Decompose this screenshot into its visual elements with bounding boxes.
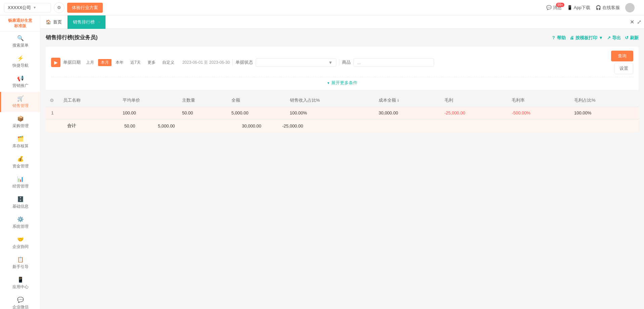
trial-button[interactable]: 体验行业方案 <box>67 3 103 13</box>
sidebar-item-label: 库存核算 <box>12 143 29 149</box>
cost-cell: 30,000.00 <box>375 107 440 119</box>
employee-cell <box>59 107 119 119</box>
sidebar-item-operations[interactable]: 📊 经营管理 <box>0 172 40 193</box>
filter-section: 单据日期 上月本月本年近7天更多自定义 2023-06-01 至 2023-06… <box>63 58 611 67</box>
goods-placeholder: ... <box>357 60 361 65</box>
settings-button[interactable]: ⚙ <box>54 2 65 13</box>
chevron-down-icon: ▼ <box>33 6 36 9</box>
sidebar-item-shortcut[interactable]: ⚡ 快捷导航 <box>0 52 40 72</box>
th-employee: 员工名称 <box>59 94 119 107</box>
sidebar-item-sales[interactable]: 🛒 销售管理 <box>0 92 40 112</box>
query-button[interactable]: 查询 <box>611 51 633 61</box>
tab-home[interactable]: 🏠 首页 <box>40 15 68 29</box>
app-download-button[interactable]: 📱 App下载 <box>567 5 590 11</box>
filter-actions: 查询 设置 <box>611 51 633 74</box>
th-avg-price: 平均单价 <box>119 94 178 107</box>
purchase-icon: 📦 <box>17 115 24 122</box>
sidebar-item-label: 系统管理 <box>12 224 29 229</box>
export-icon: ↗ <box>607 35 611 40</box>
date-tab-本月[interactable]: 本月 <box>98 59 112 66</box>
message-button[interactable]: 💬 消息 99+ <box>546 5 562 11</box>
divider <box>232 59 233 66</box>
date-tab-更多[interactable]: 更多 <box>145 59 158 66</box>
logo-text: 畅康通好生意 标准版 <box>8 18 32 29</box>
info-icon[interactable]: ℹ <box>397 98 399 103</box>
sidebar-item-marketing[interactable]: 📢 营销推广 <box>0 72 40 92</box>
phone-icon: 📱 <box>567 5 572 10</box>
th-settings[interactable]: ⚙ <box>46 94 59 107</box>
sidebar-item-wechat[interactable]: 💬 企业微信 <box>0 293 40 309</box>
close-window-button[interactable]: ✕ <box>630 19 634 25</box>
maximize-window-button[interactable]: ⤢ <box>637 19 641 25</box>
qty-cell: 50.00 <box>178 107 227 119</box>
footer-profit: -25,000.00 <box>278 123 307 128</box>
page-content: 销售排行榜(按业务员) ？ 帮助 🖨 按模板打印 ▼ ↗ <box>40 29 644 309</box>
sidebar-item-label: 基础信息 <box>12 204 29 209</box>
date-tab-本年[interactable]: 本年 <box>113 59 126 66</box>
online-service-button[interactable]: 🎧 在线客服 <box>596 5 620 11</box>
goods-select[interactable]: ... <box>353 58 434 67</box>
content-area: 🏠 首页 销售排行榜 × ✕ ⤢ 销售排行榜(按业务员) <box>40 15 644 309</box>
sidebar-item-purchase[interactable]: 📦 采购管理 <box>0 112 40 132</box>
date-tab-自定义[interactable]: 自定义 <box>160 59 177 66</box>
sidebar-item-finance[interactable]: 💰 资金管理 <box>0 152 40 172</box>
sidebar-item-search[interactable]: 🔍 搜索菜单 <box>0 32 40 52</box>
sidebar-item-system[interactable]: ⚙️ 系统管理 <box>0 213 40 233</box>
sidebar-item-label: 企业协同 <box>12 244 29 250</box>
sidebar-item-label: 搜索菜单 <box>12 43 29 48</box>
sales-ratio-cell: 100.00% <box>286 107 375 119</box>
print-button[interactable]: 🖨 按模板打印 ▼ <box>570 35 603 41</box>
top-bar: XXXXX公司 ▼ ⚙ 体验行业方案 💬 消息 99+ 📱 App下载 🎧 在线… <box>0 0 644 15</box>
sidebar-item-label: 新手引导 <box>12 264 29 270</box>
apps-icon: 📱 <box>17 276 24 283</box>
help-link[interactable]: ？ 帮助 <box>551 35 566 41</box>
page-title-row: 销售排行榜(按业务员) ？ 帮助 🖨 按模板打印 ▼ ↗ <box>46 34 639 41</box>
footer-amount: 5,000.00 <box>154 123 194 128</box>
th-sales-ratio: 销售收入占比% <box>286 94 375 107</box>
refresh-button[interactable]: ↺ 刷新 <box>625 35 639 41</box>
logo-area: 畅康通好生意 标准版 <box>0 15 40 32</box>
export-button[interactable]: ↗ 导出 <box>607 35 621 41</box>
avg-price-cell: 100.00 <box>119 107 178 119</box>
page-title: 销售排行榜(按业务员) <box>46 34 98 41</box>
wechat-icon: 💬 <box>17 297 24 303</box>
finance-icon: 💰 <box>17 156 24 162</box>
status-select[interactable]: ▼ <box>256 58 336 67</box>
th-amount: 全额 <box>227 94 286 107</box>
th-profit-rate: 毛利率 <box>508 94 570 107</box>
profit-rate-cell: -500.00% <box>508 107 570 119</box>
sidebar-item-guide[interactable]: 📋 新手引导 <box>0 253 40 273</box>
company-name: XXXXX公司 <box>8 5 31 11</box>
sidebar-item-apps[interactable]: 📱 应用中心 <box>0 273 40 293</box>
sidebar-item-label: 经营管理 <box>12 184 29 189</box>
tab-close-icon[interactable]: × <box>98 20 100 24</box>
tab-sales-rank[interactable]: 销售排行榜 × <box>68 15 106 29</box>
company-selector[interactable]: XXXXX公司 ▼ <box>4 3 51 12</box>
sidebar-item-label: 销售管理 <box>12 103 29 109</box>
shortcut-icon: ⚡ <box>17 55 24 61</box>
date-tab-近7天[interactable]: 近7天 <box>128 59 143 66</box>
sidebar-item-basic[interactable]: 🗄️ 基础信息 <box>0 193 40 213</box>
sidebar-item-inventory[interactable]: 🗂️ 库存核算 <box>0 132 40 152</box>
sidebar-item-collab[interactable]: 🤝 企业协同 <box>0 233 40 253</box>
page-actions: ？ 帮助 🖨 按模板打印 ▼ ↗ 导出 ↺ <box>551 35 639 41</box>
tab-right-actions: ✕ ⤢ <box>630 19 644 25</box>
expand-more-button[interactable]: ▼ 展开更多条件 <box>51 77 633 86</box>
rank-cell: 1 <box>46 107 59 119</box>
profit-ratio-cell: 100.00% <box>570 107 639 119</box>
settings-button[interactable]: 设置 <box>614 63 633 74</box>
avatar[interactable] <box>625 3 635 12</box>
divider2 <box>339 59 339 66</box>
footer-qty: 50.00 <box>120 123 154 128</box>
table-header-row: ⚙ 员工名称 平均单价 主数量 全额 销售收入占比% 成本全额 ℹ <box>46 94 639 107</box>
collapse-filter-button[interactable]: ▶ <box>51 58 60 67</box>
sidebar-item-label: 营销推广 <box>12 83 29 89</box>
date-tab-上月[interactable]: 上月 <box>83 59 97 66</box>
message-badge: 99+ <box>556 3 564 7</box>
sidebar-item-label: 应用中心 <box>12 284 29 290</box>
sidebar-item-label: 资金管理 <box>12 163 29 169</box>
date-tabs: 上月本月本年近7天更多自定义 <box>83 59 177 66</box>
top-right-actions: 💬 消息 99+ 📱 App下载 🎧 在线客服 <box>546 3 640 12</box>
table-body: 1 100.00 50.00 5,000.00 100.00% 30,000.0… <box>46 107 639 119</box>
goods-label: 商品 <box>342 59 351 65</box>
